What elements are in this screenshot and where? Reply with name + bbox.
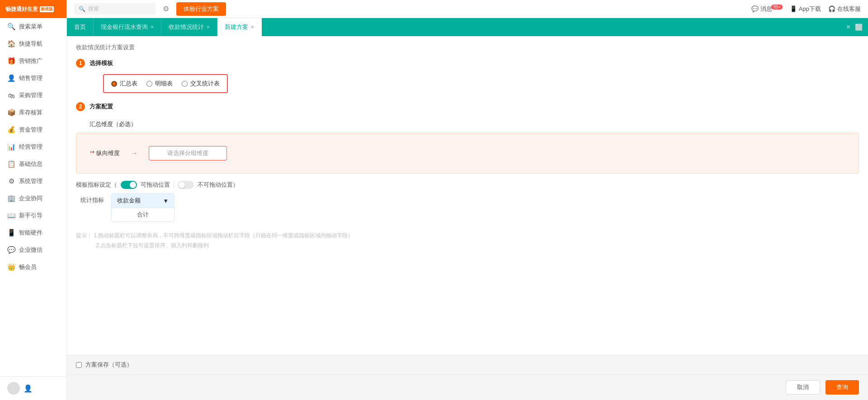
gear-icon[interactable]: ⚙ xyxy=(163,5,169,13)
step1-num: 1 xyxy=(76,59,85,68)
content-inner: 收款情况统计方案设置 1 选择模板 汇总表 明细表 xyxy=(67,36,868,355)
tab-bank-flow[interactable]: 现金银行流水查询 × xyxy=(94,18,161,36)
gear-area: ⚙ xyxy=(163,5,169,13)
dim-row-label-text: * 纵向维度 xyxy=(92,150,120,156)
industry-plan-button[interactable]: 体验行业方案 xyxy=(176,2,226,16)
vip-icon: 👑 xyxy=(7,263,15,271)
toggle-draggable[interactable] xyxy=(121,181,137,189)
indicator-table-area: 统计指标 收款金额 ▼ 合计 xyxy=(80,193,859,222)
footer: 取消 查询 xyxy=(67,374,868,400)
tab-new-plan-close[interactable]: × xyxy=(251,24,254,30)
sidebar-label-basic-info: 基础信息 xyxy=(19,160,42,168)
user-avatar-icon: 👤 xyxy=(24,384,33,393)
breadcrumb: 收款情况统计方案设置 xyxy=(76,43,859,52)
dimension-area: ** 纵向维度 → 请选择分组维度 xyxy=(76,133,859,174)
save-option: 方案保存（可选） xyxy=(67,355,868,374)
sidebar-item-operations[interactable]: 📊 经营管理 xyxy=(0,138,66,155)
tab-home-label: 首页 xyxy=(74,23,86,31)
tab-home[interactable]: 首页 xyxy=(67,18,94,36)
tab-new-plan[interactable]: 新建方案 × xyxy=(217,18,262,36)
toggle-draggable-label: 可拖动位置 xyxy=(141,181,170,189)
radio-cross[interactable]: 交叉统计表 xyxy=(182,80,220,88)
sidebar-item-wechat[interactable]: 💬 企业微信 xyxy=(0,241,66,259)
tab-bank-flow-close[interactable]: × xyxy=(151,24,154,30)
sidebar-item-enterprise[interactable]: 🏢 企业协同 xyxy=(0,190,66,207)
sidebar-item-purchase[interactable]: 🛍 采购管理 xyxy=(0,87,66,104)
topbar-right: 💬 消息 99+ 📱 App下载 🎧 在线客服 xyxy=(751,5,861,13)
tab-bank-flow-label: 现金银行流水查询 xyxy=(101,23,148,31)
step1-label: 选择模板 xyxy=(90,59,113,67)
enterprise-icon: 🏢 xyxy=(7,194,15,202)
indicator-toggle-bar: 模板指标设定（ 可拖动位置 不可拖动位置） xyxy=(76,181,859,189)
sidebar-item-marketing[interactable]: 🎁 营销推广 xyxy=(0,52,66,70)
save-option-label: 方案保存（可选） xyxy=(85,361,132,369)
tabs-expand-icon[interactable]: ⬜ xyxy=(855,24,863,31)
sidebar-item-inventory[interactable]: 📦 库存核算 xyxy=(0,104,66,121)
sidebar-label-smart-hw: 智能硬件 xyxy=(19,229,42,237)
message-badge: 99+ xyxy=(771,5,783,9)
user-avatar[interactable] xyxy=(7,382,20,395)
radio-detail[interactable]: 明细表 xyxy=(146,80,173,88)
tab-receipt-stats[interactable]: 收款情况统计 × xyxy=(161,18,217,36)
topbar-search[interactable]: 🔍 搜索 xyxy=(74,3,156,14)
search-placeholder: 搜索 xyxy=(88,5,99,13)
dim-row-label: ** 纵向维度 xyxy=(90,149,120,157)
basic-info-icon: 📋 xyxy=(7,160,15,168)
config-section: 汇总维度（必选） ** 纵向维度 → 请选择分组维度 模板指标设定（ 可拖动位置 xyxy=(76,120,859,250)
sidebar: 畅捷通好生意 标准版 🔍 搜索菜单 🏠 快捷导航 🎁 营销推广 👤 销售管理 🛍… xyxy=(0,0,67,400)
logo-badge: 标准版 xyxy=(40,6,54,12)
sidebar-label-guide: 新手引导 xyxy=(19,212,42,220)
online-service-label: 在线客服 xyxy=(837,5,861,13)
message-label: 消息 xyxy=(760,5,772,13)
radio-cross-label: 交叉统计表 xyxy=(190,80,220,88)
cancel-button[interactable]: 取消 xyxy=(786,380,820,395)
tabs-close-all-icon[interactable]: × xyxy=(846,23,850,31)
sidebar-item-vip[interactable]: 👑 畅会员 xyxy=(0,259,66,276)
step2-header: 2 方案配置 xyxy=(76,102,859,111)
purchase-icon: 🛍 xyxy=(7,91,15,99)
indicator-row-total: 合计 xyxy=(112,208,174,221)
radio-summary[interactable]: 汇总表 xyxy=(111,80,137,88)
indicator-col-header: 收款金额 ▼ xyxy=(112,194,174,208)
dimension-title: 汇总维度（必选） xyxy=(90,120,859,128)
tab-receipt-stats-close[interactable]: × xyxy=(207,24,210,30)
indicator-section-title-prefix: 模板指标设定（ xyxy=(76,181,117,189)
content-area: 收款情况统计方案设置 1 选择模板 汇总表 明细表 xyxy=(67,36,868,400)
sidebar-item-basic-info[interactable]: 📋 基础信息 xyxy=(0,155,66,173)
sales-icon: 👤 xyxy=(7,74,15,82)
sidebar-item-quick-nav[interactable]: 🏠 快捷导航 xyxy=(0,35,66,52)
radio-cross-input[interactable] xyxy=(182,81,188,87)
dim-select-dropdown[interactable]: 请选择分组维度 xyxy=(149,146,227,160)
query-button[interactable]: 查询 xyxy=(826,380,859,395)
finance-icon: 💰 xyxy=(7,126,15,134)
guide-icon: 📖 xyxy=(7,212,15,220)
radio-detail-input[interactable] xyxy=(146,81,152,87)
sidebar-label-quick-nav: 快捷导航 xyxy=(19,40,42,48)
sidebar-item-search-menu[interactable]: 🔍 搜索菜单 xyxy=(0,18,66,35)
tab-new-plan-label: 新建方案 xyxy=(225,23,248,31)
radio-summary-input[interactable] xyxy=(111,81,117,87)
app-download-area[interactable]: 📱 App下载 xyxy=(790,5,821,13)
sidebar-item-smart-hw[interactable]: 📱 智能硬件 xyxy=(0,224,66,241)
service-icon: 🎧 xyxy=(828,5,835,12)
col-header-text: 收款金额 xyxy=(117,197,141,205)
operations-icon: 📊 xyxy=(7,143,15,151)
online-service-area[interactable]: 🎧 在线客服 xyxy=(828,5,861,13)
search-menu-icon: 🔍 xyxy=(7,23,15,31)
message-area[interactable]: 💬 消息 99+ xyxy=(751,5,783,13)
toggle-non-draggable[interactable] xyxy=(178,181,194,189)
sidebar-item-finance[interactable]: 💰 资金管理 xyxy=(0,121,66,138)
sidebar-item-system[interactable]: ⚙ 系统管理 xyxy=(0,173,66,190)
col-dropdown-icon[interactable]: ▼ xyxy=(163,198,169,204)
radio-detail-label: 明细表 xyxy=(155,80,173,88)
app-download-label: App下载 xyxy=(799,5,821,13)
marketing-icon: 🎁 xyxy=(7,57,15,65)
sidebar-label-system: 系统管理 xyxy=(19,177,42,185)
sidebar-item-sales[interactable]: 👤 销售管理 xyxy=(0,70,66,87)
sidebar-label-finance: 资金管理 xyxy=(19,126,42,134)
indicator-section: 模板指标设定（ 可拖动位置 不可拖动位置） 统计指标 xyxy=(76,181,859,222)
radio-summary-label: 汇总表 xyxy=(120,80,137,88)
save-checkbox[interactable] xyxy=(76,362,82,368)
system-icon: ⚙ xyxy=(7,177,15,185)
sidebar-item-guide[interactable]: 📖 新手引导 xyxy=(0,207,66,224)
